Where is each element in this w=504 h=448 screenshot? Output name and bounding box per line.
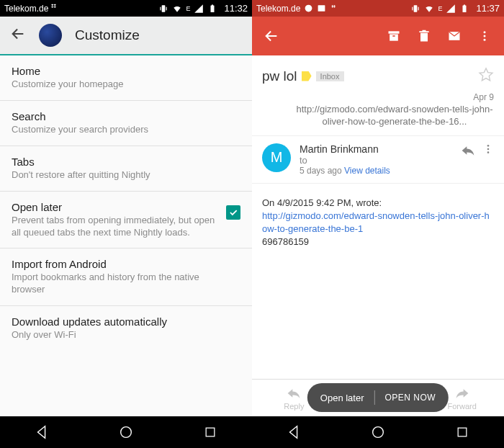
app-icon [39, 24, 62, 47]
view-details-link[interactable]: View details [344, 166, 390, 176]
status-bar: Telekom.de E 11:32 [0, 0, 252, 17]
item-title: Search [12, 110, 235, 122]
svg-point-20 [487, 148, 490, 150]
carrier-label: Telekom.de [256, 4, 300, 14]
item-subtitle: Customize your homepage [12, 79, 235, 91]
delete-icon[interactable] [412, 24, 436, 48]
svg-point-17 [484, 35, 486, 37]
nav-recent-icon[interactable] [452, 422, 472, 442]
network-type: E [186, 5, 190, 12]
nav-bar [0, 416, 252, 448]
svg-rect-12 [463, 5, 467, 12]
battery-icon [207, 4, 217, 14]
svg-point-5 [121, 427, 132, 438]
item-title: Import from Android [12, 258, 235, 270]
item-subtitle: Prevent tabs from opening immediately, b… [12, 215, 220, 239]
svg-point-19 [487, 145, 490, 147]
svg-rect-14 [389, 31, 400, 33]
email-date: Apr 9 [252, 92, 504, 102]
svg-rect-11 [418, 6, 419, 10]
svg-point-22 [373, 427, 384, 438]
svg-rect-10 [413, 6, 413, 10]
nav-home-icon[interactable] [116, 422, 136, 442]
item-subtitle: Import bookmarks and history from the na… [12, 272, 235, 296]
firefox-icon [303, 4, 313, 14]
back-icon[interactable] [259, 24, 284, 48]
vibrate-icon [158, 4, 168, 14]
star-icon[interactable] [478, 67, 494, 85]
svg-rect-2 [166, 6, 167, 10]
signal-icon [194, 4, 204, 14]
back-icon[interactable] [10, 26, 26, 45]
nav-recent-icon[interactable] [200, 422, 220, 442]
status-bar: Telekom.de E 11:37 [252, 0, 504, 17]
sender-to: to [300, 155, 452, 166]
divider [374, 390, 375, 405]
svg-rect-8 [318, 5, 325, 12]
toast-label: Open later [320, 393, 364, 403]
app-bar: Customize [0, 17, 252, 55]
nav-back-icon[interactable] [32, 422, 52, 442]
archive-icon[interactable] [382, 24, 406, 48]
battery-icon [459, 4, 469, 14]
clock: 11:37 [476, 3, 500, 14]
item-title: Download updates automatically [12, 315, 235, 328]
svg-rect-15 [392, 35, 395, 37]
more-icon[interactable] [472, 24, 497, 48]
svg-rect-9 [414, 5, 418, 12]
email-subject: pw lol [262, 68, 297, 84]
svg-rect-0 [162, 5, 166, 12]
inbox-badge[interactable]: Inbox [316, 71, 344, 81]
svg-point-16 [484, 31, 486, 33]
body-line: On 4/9/2015 9:42 PM, wrote: [262, 197, 494, 210]
settings-item-home[interactable]: HomeCustomize your homepage [0, 55, 252, 100]
email-content: pw lol Inbox Apr 9 http://gizmodo.com/ed… [252, 55, 504, 416]
nav-back-icon[interactable] [284, 422, 304, 442]
body-link[interactable]: http://gizmodo.com/edward-snowden-tells-… [262, 210, 494, 236]
item-title: Home [12, 65, 235, 77]
svg-rect-4 [212, 4, 213, 6]
item-subtitle: Only over Wi-Fi [12, 329, 235, 341]
settings-item-open-later[interactable]: Open laterPrevent tabs from opening imme… [0, 191, 252, 248]
svg-point-18 [484, 39, 486, 41]
wifi-icon [424, 4, 434, 14]
svg-rect-3 [211, 5, 215, 12]
settings-item-import[interactable]: Import from AndroidImport bookmarks and … [0, 248, 252, 305]
more-icon[interactable] [482, 143, 494, 157]
preview-link: http://gizmodo.com/edward-snowden-tells-… [252, 102, 504, 135]
page-title: Customize [75, 27, 140, 43]
signal-icon [446, 4, 456, 14]
sender-name: Martin Brinkmann [300, 143, 452, 155]
mail-icon[interactable] [442, 24, 467, 48]
settings-item-updates[interactable]: Download updates automaticallyOnly over … [0, 305, 252, 351]
svg-rect-6 [206, 428, 215, 436]
sender-time: 5 days ago [300, 166, 344, 176]
svg-point-21 [487, 151, 490, 153]
sender-block[interactable]: M Martin Brinkmann to 5 days ago View de… [252, 135, 504, 184]
carrier-label: Telekom.de [4, 4, 48, 14]
dropbox-icon [329, 4, 339, 14]
vibrate-icon [410, 4, 420, 14]
toast-action-button[interactable]: OPEN NOW [385, 393, 436, 403]
settings-list: HomeCustomize your homepage SearchCustom… [0, 55, 252, 416]
dropbox-icon [51, 4, 61, 14]
wifi-icon [172, 4, 182, 14]
item-subtitle: Customize your search providers [12, 124, 235, 136]
important-icon[interactable] [302, 71, 312, 81]
reply-icon[interactable] [461, 143, 475, 160]
email-body: On 4/9/2015 9:42 PM, wrote: http://gizmo… [252, 184, 504, 262]
item-subtitle: Don't restore after quitting Nightly [12, 169, 235, 182]
body-line: 696786159 [262, 236, 494, 248]
app-bar [252, 17, 504, 55]
toast: Open later OPEN NOW [307, 383, 449, 412]
image-icon [316, 4, 326, 14]
nav-home-icon[interactable] [368, 422, 388, 442]
checkbox-icon[interactable] [226, 205, 240, 220]
settings-item-tabs[interactable]: TabsDon't restore after quitting Nightly [0, 145, 252, 191]
network-type: E [438, 5, 442, 12]
item-title: Open later [12, 201, 220, 213]
settings-item-search[interactable]: SearchCustomize your search providers [0, 100, 252, 145]
avatar: M [262, 143, 291, 172]
item-title: Tabs [12, 156, 235, 168]
svg-point-7 [305, 5, 312, 12]
